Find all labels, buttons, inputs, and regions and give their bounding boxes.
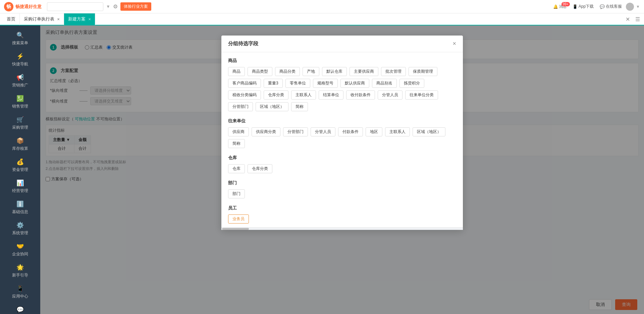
download-icon: 📱	[573, 4, 578, 9]
field-tag[interactable]: 仓库	[228, 164, 245, 173]
sidebar-item-finance[interactable]: 💰 资金管理	[0, 155, 40, 176]
tab-close-purchase[interactable]: ✕	[57, 17, 60, 21]
field-tag[interactable]: 商品	[228, 67, 245, 76]
field-tag[interactable]: 区域（地区）	[413, 127, 445, 136]
field-tag[interactable]: 收付款条件	[346, 90, 375, 100]
field-tag[interactable]: 税收分类编码	[228, 90, 261, 100]
logo-area: 畅 畅捷通好生意	[4, 2, 44, 11]
tab-home[interactable]: 首页	[3, 13, 20, 25]
tab-right-actions: ✕ ☰	[624, 16, 641, 22]
sidebar-item-purchase[interactable]: 🛒 采购管理	[0, 113, 40, 134]
field-tag[interactable]: 区域（地区）	[256, 102, 288, 111]
tab-new-plan[interactable]: 新建方案 ✕	[64, 13, 95, 25]
field-tag[interactable]: 分管部门	[228, 102, 253, 111]
sidebar-item-wechat[interactable]: 💬 企业微信	[0, 303, 40, 314]
sidebar-item-guide[interactable]: 🌟 新手引导	[0, 260, 40, 281]
section-goods: 商品 商品 商品类型 商品分类 产地 默认仓库 主要供应商 批次管理 保质期管理…	[228, 58, 456, 111]
experience-btn[interactable]: 体验行业方案	[120, 2, 151, 11]
field-tag[interactable]: 分管部门	[283, 127, 308, 136]
header-search-input[interactable]	[47, 2, 103, 11]
field-tag[interactable]: 默认供应商	[340, 79, 369, 88]
tab-menu-icon[interactable]: ☰	[634, 16, 641, 22]
field-tag[interactable]: 零售单位	[285, 79, 310, 88]
modal-overlay: 分组待选字段 × 商品 商品 商品类型 商品分类 产地 默认仓库 主要供应商	[40, 25, 644, 314]
header-right-group: 🔔 消息 99+ 📱 App下载 💬 在线客服 ▼	[551, 3, 640, 11]
field-tag[interactable]: 供应商	[228, 127, 249, 136]
field-tag[interactable]: 仓库分类	[264, 90, 288, 100]
field-selection-modal: 分组待选字段 × 商品 商品 商品类型 商品分类 产地 默认仓库 主要供应商	[221, 36, 463, 230]
section-contacts: 往来单位 供应商 供应商分类 分管部门 分管人员 付款条件 地区 主联系人 区域…	[228, 118, 456, 148]
sidebar-item-app-center[interactable]: 📱 应用中心	[0, 281, 40, 303]
field-tag[interactable]: 客户商品编码	[228, 79, 261, 88]
section-warehouse-title: 仓库	[228, 155, 456, 161]
sidebar-item-sales[interactable]: 💹 销售管理	[0, 91, 40, 113]
modal-header: 分组待选字段 ×	[221, 36, 463, 52]
field-tag[interactable]: 供应商分类	[252, 127, 280, 136]
notification-badge: 99+	[561, 2, 570, 6]
modal-hscrollbar-thumb[interactable]	[222, 228, 249, 230]
settings-icon[interactable]: ⚙	[113, 3, 118, 10]
user-menu-icon[interactable]: ▼	[636, 4, 640, 9]
field-tag[interactable]: 商品分类	[275, 67, 300, 76]
quick-nav-icon: ⚡	[16, 53, 24, 60]
section-staff: 员工 业务员	[228, 205, 456, 224]
section-department: 部门 部门	[228, 180, 456, 198]
sidebar-item-inventory[interactable]: 📦 库存核算	[0, 134, 40, 155]
sidebar-item-basic[interactable]: ℹ️ 基础信息	[0, 197, 40, 218]
field-tag[interactable]: 结算单位	[319, 90, 343, 100]
sidebar-item-system[interactable]: ⚙️ 系统管理	[0, 218, 40, 239]
collab-icon: 🤝	[16, 243, 24, 250]
field-tag[interactable]: 规格型号	[313, 79, 338, 88]
field-tag[interactable]: 商品别名	[372, 79, 397, 88]
purchase-icon: 🛒	[16, 116, 24, 123]
field-tag[interactable]: 批次管理	[381, 67, 406, 76]
tab-close-all-icon[interactable]: ✕	[624, 16, 631, 22]
section-staff-title: 员工	[228, 205, 456, 211]
app-download-btn[interactable]: 📱 App下载	[571, 3, 596, 10]
field-tag[interactable]: 简称	[228, 139, 245, 148]
field-tag[interactable]: 拣货积分	[399, 79, 424, 88]
sidebar: 🔍 搜索菜单 ⚡ 快捷导航 📢 营销推广 💹 销售管理 🛒 采购管理 📦 库存核…	[0, 25, 40, 314]
field-tag[interactable]: 付款条件	[338, 127, 363, 136]
modal-hscrollbar[interactable]	[221, 227, 463, 230]
notification-btn[interactable]: 🔔 消息 99+	[551, 3, 569, 10]
modal-title: 分组待选字段	[228, 41, 258, 47]
top-header: 畅 畅捷通好生意 ▼ ⚙ 体验行业方案 🔔 消息 99+ 📱 App下载 💬 在…	[0, 0, 644, 13]
field-tag[interactable]: 部门	[228, 189, 245, 198]
sidebar-item-collab[interactable]: 🤝 企业协同	[0, 239, 40, 260]
avatar[interactable]	[626, 3, 634, 11]
main-layout: 🔍 搜索菜单 ⚡ 快捷导航 📢 营销推广 💹 销售管理 🛒 采购管理 📦 库存核…	[0, 25, 644, 314]
field-tag[interactable]: 主联系人	[291, 90, 316, 100]
field-tag[interactable]: 重量3	[264, 79, 283, 88]
ops-icon: 📊	[16, 179, 24, 187]
field-tag[interactable]: 地区	[366, 127, 382, 136]
online-service-btn[interactable]: 💬 在线客服	[598, 3, 624, 10]
field-tag[interactable]: 主联系人	[385, 127, 410, 136]
sidebar-item-ops[interactable]: 📊 经营管理	[0, 176, 40, 197]
sidebar-item-quick-nav[interactable]: ⚡ 快捷导航	[0, 49, 40, 70]
field-tag[interactable]: 保质期管理	[409, 67, 437, 76]
bell-icon: 🔔	[553, 4, 558, 9]
logo-text: 畅捷通好生意	[15, 4, 42, 10]
content-area: 采购订单执行表方案设置 1 选择模板 汇总表 交叉统计表	[40, 25, 644, 314]
field-tag[interactable]: 商品类型	[248, 67, 272, 76]
field-tag[interactable]: 仓库分类	[248, 164, 272, 173]
tab-bar: 首页 采购订单执行表 ✕ 新建方案 ✕ ✕ ☰	[0, 13, 644, 25]
dropdown-icon[interactable]: ▼	[106, 4, 110, 9]
field-tag[interactable]: 分管人员	[311, 127, 335, 136]
section-warehouse: 仓库 仓库 仓库分类	[228, 155, 456, 173]
tab-close-new-plan[interactable]: ✕	[88, 17, 91, 21]
field-tag[interactable]: 分管人员	[378, 90, 402, 100]
system-icon: ⚙️	[16, 222, 24, 229]
tab-purchase-exec[interactable]: 采购订单执行表 ✕	[20, 13, 64, 25]
sidebar-item-marketing[interactable]: 📢 营销推广	[0, 70, 40, 91]
field-tag[interactable]: 默认仓库	[322, 67, 347, 76]
section-contacts-title: 往来单位	[228, 118, 456, 124]
field-tag[interactable]: 主要供应商	[350, 67, 378, 76]
sidebar-item-search[interactable]: 🔍 搜索菜单	[0, 28, 40, 49]
field-tag[interactable]: 往来单位分类	[405, 90, 438, 100]
field-tag[interactable]: 简称	[291, 102, 308, 111]
field-tag[interactable]: 业务员	[228, 214, 249, 224]
field-tag[interactable]: 产地	[303, 67, 319, 76]
modal-close-btn[interactable]: ×	[452, 40, 456, 47]
